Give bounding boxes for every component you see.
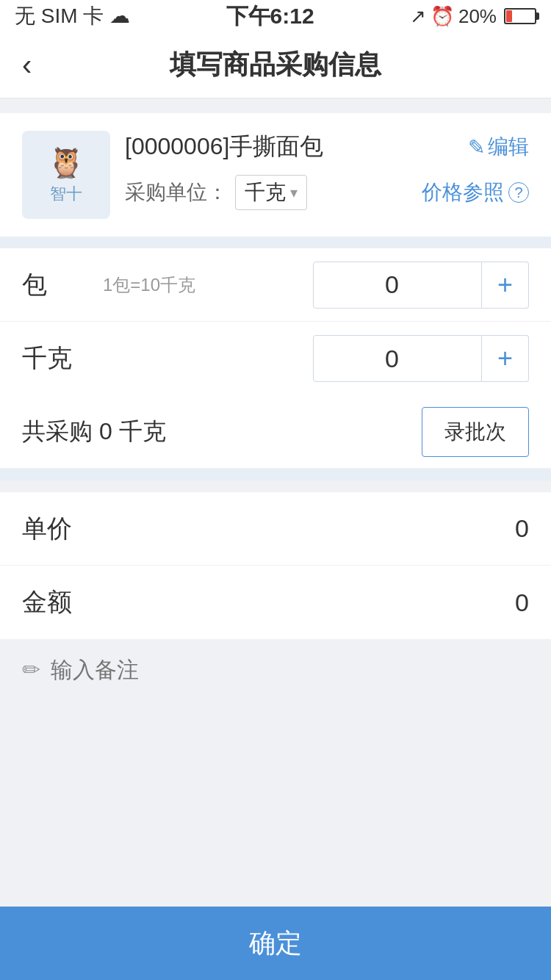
kg-input-row: 千克 + — [0, 322, 551, 395]
alarm-icon: ⏰ — [431, 5, 454, 28]
price-ref-label: 价格参照 — [422, 179, 504, 206]
summary-row: 共采购 0 千克 录批次 — [0, 395, 551, 469]
status-time: 下午6:12 — [226, 1, 314, 32]
pack-label: 包 — [22, 268, 96, 302]
pack-input[interactable] — [313, 262, 482, 309]
status-bar: 无 SIM 卡 ☁ 下午6:12 ↗ ⏰ 20% — [0, 0, 551, 32]
pack-input-row: 包 1包=10千克 + — [0, 248, 551, 322]
divider-1 — [0, 237, 551, 248]
content-filler — [0, 700, 551, 891]
summary-text: 共采购 0 千克 — [22, 416, 166, 448]
divider-2 — [0, 469, 551, 480]
kg-plus-button[interactable]: + — [482, 335, 529, 382]
unit-row: 采购单位： 千克 ▾ 价格参照 ? — [125, 175, 529, 210]
unit-selector[interactable]: 千克 ▾ — [235, 175, 307, 210]
note-pencil-icon: ✏ — [22, 657, 40, 682]
pack-input-wrap: + — [313, 262, 529, 309]
unit-value: 千克 — [245, 179, 286, 206]
edit-icon: ✎ — [468, 135, 485, 159]
product-info: [0000006]手撕面包 ✎ 编辑 采购单位： 千克 ▾ 价格参照 ? — [125, 131, 529, 210]
product-card: 🦉 智十 [0000006]手撕面包 ✎ 编辑 采购单位： 千克 ▾ 价格参照 — [0, 113, 551, 237]
unit-arrow-icon: ▾ — [290, 184, 298, 201]
product-name-row: [0000006]手撕面包 ✎ 编辑 — [125, 131, 529, 163]
location-icon: ↗ — [410, 5, 426, 28]
back-button[interactable]: ‹ — [22, 48, 32, 82]
pack-plus-button[interactable]: + — [482, 262, 529, 309]
summary-section: 共采购 0 千克 录批次 — [0, 395, 551, 469]
battery-percent: 20% — [458, 5, 497, 28]
product-thumbnail: 🦉 智十 — [22, 131, 110, 219]
signal-text: 无 SIM 卡 ☁ — [15, 2, 130, 30]
unit-price-row: 单价 0 — [0, 492, 551, 566]
edit-label: 编辑 — [488, 133, 529, 161]
kg-input-wrap: + — [313, 335, 529, 382]
note-section: ✏ — [0, 639, 551, 700]
amount-value: 0 — [515, 588, 529, 617]
price-ref-help-icon: ? — [508, 182, 529, 203]
page-title: 填写商品采购信息 — [170, 47, 381, 83]
info-section: 单价 0 金额 0 — [0, 492, 551, 639]
unit-label-text: 采购单位： — [125, 179, 228, 206]
input-section: 包 1包=10千克 + 千克 + — [0, 248, 551, 395]
kg-label: 千克 — [22, 342, 96, 375]
price-ref-button[interactable]: 价格参照 ? — [422, 179, 529, 206]
status-left: 无 SIM 卡 ☁ — [15, 2, 130, 30]
product-thumb-label: 智十 — [50, 183, 82, 205]
status-right: ↗ ⏰ 20% — [410, 5, 536, 28]
unit-price-label: 单价 — [22, 512, 72, 546]
amount-row: 金额 0 — [0, 566, 551, 639]
nav-bar: ‹ 填写商品采购信息 — [0, 32, 551, 98]
batch-button[interactable]: 录批次 — [422, 407, 529, 457]
product-name: [0000006]手撕面包 — [125, 131, 323, 163]
unit-price-value: 0 — [515, 514, 529, 543]
product-owl-icon: 🦉 — [48, 145, 84, 180]
pack-sublabel: 1包=10千克 — [103, 273, 313, 297]
edit-button[interactable]: ✎ 编辑 — [468, 133, 529, 161]
amount-label: 金额 — [22, 586, 72, 619]
confirm-button[interactable]: 确定 — [0, 907, 551, 980]
kg-input[interactable] — [313, 335, 482, 382]
battery-icon — [504, 8, 536, 24]
note-input[interactable] — [51, 657, 529, 682]
